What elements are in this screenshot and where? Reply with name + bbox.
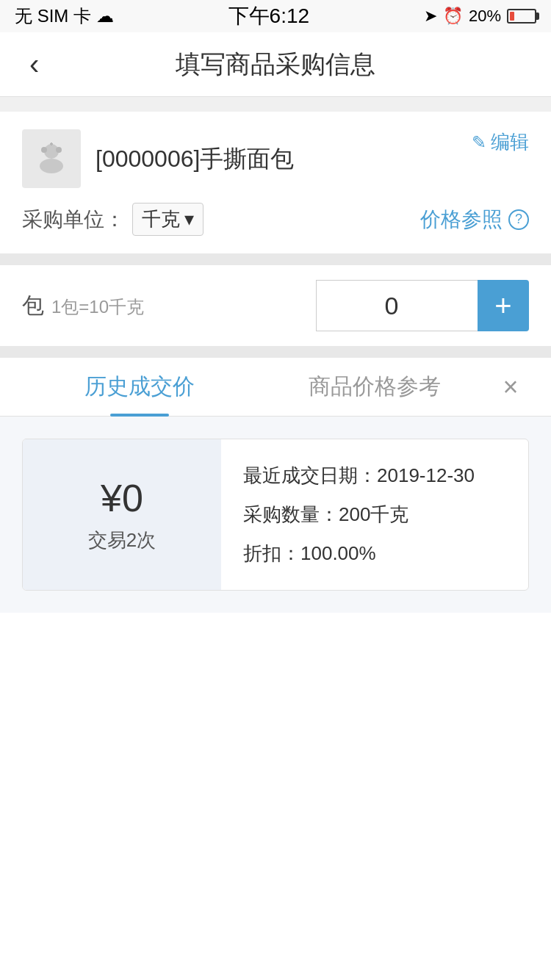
product-card: [0000006]手撕面包 ✎ 编辑 采购单位： 千克 ▾ 价格参照 ?	[0, 112, 551, 253]
quantity-row: 包 1包=10千克 +	[0, 265, 551, 346]
history-trade-count: 交易2次	[88, 527, 156, 553]
status-left: 无 SIM 卡 ☁	[15, 4, 114, 28]
svg-point-1	[40, 159, 63, 173]
purchase-unit-row: 采购单位： 千克 ▾	[22, 203, 204, 236]
discount-label: 折扣：	[243, 542, 300, 564]
back-button[interactable]: ‹	[22, 40, 46, 88]
alarm-icon: ⏰	[443, 7, 463, 26]
status-time: 下午6:12	[228, 2, 310, 30]
discount-value: 100.00%	[300, 542, 376, 564]
recent-date-row: 最近成交日期：2019-12-30	[243, 461, 506, 490]
purchase-qty-row: 采购数量：200千克	[243, 500, 506, 529]
svg-point-3	[56, 147, 62, 153]
tab-product-label: 商品价格参考	[309, 372, 441, 402]
battery-percent: 20%	[469, 7, 501, 26]
price-ref-label: 价格参照	[420, 206, 503, 234]
purchase-unit-label: 采购单位：	[22, 206, 125, 234]
unit-dropdown[interactable]: 千克 ▾	[132, 203, 204, 236]
tabs-header: 历史成交价 商品价格参考 ×	[0, 358, 551, 417]
nav-bar: ‹ 填写商品采购信息	[0, 32, 551, 97]
discount-row: 折扣：100.00%	[243, 539, 506, 568]
tab-content-history: ¥0 交易2次 最近成交日期：2019-12-30 采购数量：200千克 折扣：…	[0, 417, 551, 613]
status-right: ➤ ⏰ 20%	[424, 7, 536, 26]
history-price-left: ¥0 交易2次	[23, 439, 221, 590]
signal-text: 无 SIM 卡 ☁	[15, 4, 114, 28]
dropdown-arrow-icon: ▾	[184, 208, 194, 231]
history-price-value: ¥0	[101, 476, 143, 520]
battery-icon	[507, 9, 536, 24]
svg-point-2	[41, 147, 47, 153]
quantity-unit: 包	[22, 291, 44, 321]
edit-button[interactable]: ✎ 编辑	[472, 129, 529, 155]
purchase-qty-label: 采购数量：	[243, 503, 339, 525]
tab-active-underline	[110, 414, 169, 417]
edit-label: 编辑	[491, 129, 529, 155]
tabs-close-button[interactable]: ×	[492, 369, 529, 406]
price-reference-button[interactable]: 价格参照 ?	[420, 206, 529, 234]
product-thumbnail	[22, 129, 81, 188]
quantity-input-group: +	[316, 280, 529, 331]
purchase-qty-value: 200千克	[339, 503, 408, 525]
tab-product-price[interactable]: 商品价格参考	[257, 358, 492, 417]
edit-icon: ✎	[472, 132, 486, 153]
location-icon: ➤	[424, 7, 437, 26]
tab-history-price[interactable]: 历史成交价	[22, 358, 257, 417]
status-bar: 无 SIM 卡 ☁ 下午6:12 ➤ ⏰ 20%	[0, 0, 551, 32]
section-divider	[0, 253, 551, 265]
product-left: [0000006]手撕面包	[22, 129, 294, 188]
product-footer: 采购单位： 千克 ▾ 价格参照 ?	[22, 203, 529, 236]
recent-date-label: 最近成交日期：	[243, 464, 377, 486]
product-name: [0000006]手撕面包	[96, 143, 294, 176]
tab-history-label: 历史成交价	[84, 372, 195, 402]
section-divider-2	[0, 346, 551, 358]
quantity-plus-button[interactable]: +	[478, 280, 529, 331]
quantity-label: 包 1包=10千克	[22, 291, 144, 321]
unit-value: 千克	[142, 206, 180, 232]
history-detail-right: 最近成交日期：2019-12-30 采购数量：200千克 折扣：100.00%	[221, 439, 528, 590]
tabs-section: 历史成交价 商品价格参考 × ¥0 交易2次 最近成交日期：2019-12-30	[0, 358, 551, 613]
page-title: 填写商品采购信息	[176, 48, 375, 82]
recent-date-value: 2019-12-30	[377, 464, 475, 486]
quantity-input[interactable]	[316, 280, 478, 331]
info-icon: ?	[508, 209, 529, 230]
product-header: [0000006]手撕面包 ✎ 编辑	[22, 129, 529, 188]
quantity-conversion: 1包=10千克	[51, 295, 144, 319]
history-price-card: ¥0 交易2次 最近成交日期：2019-12-30 采购数量：200千克 折扣：…	[22, 439, 529, 591]
